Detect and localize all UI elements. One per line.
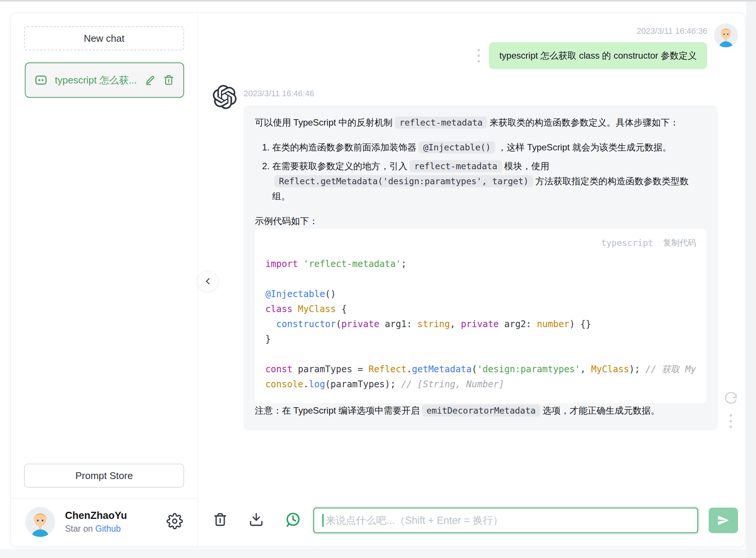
edit-icon[interactable] <box>144 74 156 86</box>
code-content: import 'reflect-metadata'; @Injectable()… <box>265 256 696 392</box>
assistant-intro-text: 可以使用 TypeScript 中的反射机制reflect-metadata来获… <box>255 115 706 130</box>
message-options-icon[interactable] <box>728 413 733 429</box>
sidebar-user-row: ChenZhaoYu Star on Github <box>11 498 197 547</box>
user-message-bubble: typescript 怎么获取 class 的 constructor 参数定义 <box>489 42 707 69</box>
composer-bar <box>198 508 745 533</box>
chat-history-title: typescript 怎么获... <box>55 74 137 87</box>
code-block: typescript 复制代码 import 'reflect-metadata… <box>255 229 706 403</box>
prompt-store-button[interactable]: Prompt Store <box>24 464 184 488</box>
send-plane-icon <box>717 514 730 527</box>
copy-code-button[interactable]: 复制代码 <box>663 235 696 250</box>
user-meta: ChenZhaoYu Star on Github <box>65 510 127 534</box>
message-input[interactable] <box>313 508 698 533</box>
assistant-message-bubble: 可以使用 TypeScript 中的反射机制reflect-metadata来获… <box>243 105 718 430</box>
list-item: 在需要获取参数定义的地方，引入reflect-metadata模块，使用Refl… <box>272 159 706 204</box>
user-message: 2023/3/11 16:46:36 typescript 怎么获取 class… <box>213 23 738 69</box>
user-name: ChenZhaoYu <box>65 510 127 522</box>
text-caret <box>322 514 324 527</box>
user-avatar <box>25 507 55 537</box>
user-subtitle-text: Star on <box>65 524 95 534</box>
assistant-message-timestamp: 2023/3/11 16:46:46 <box>243 89 738 99</box>
list-item: 在类的构造函数参数前面添加装饰器@Injectable()，这样 TypeScr… <box>272 140 706 155</box>
window-top-edge <box>0 0 756 2</box>
regenerate-icon[interactable] <box>724 391 738 407</box>
message-controls <box>724 391 738 430</box>
assistant-message: 2023/3/11 16:46:46 可以使用 TypeScript 中的反射机… <box>213 85 738 430</box>
sidebar-item-chat-history[interactable]: typescript 怎么获... <box>25 62 184 98</box>
new-chat-button[interactable]: New chat <box>24 26 184 50</box>
assistant-steps-list: 在类的构造函数参数前面添加装饰器@Injectable()，这样 TypeScr… <box>255 140 706 204</box>
example-label: 示例代码如下： <box>255 214 706 229</box>
user-message-timestamp: 2023/3/11 16:46:36 <box>637 26 707 36</box>
clear-conversation-icon[interactable] <box>213 512 228 529</box>
export-download-icon[interactable] <box>249 512 264 529</box>
send-button[interactable] <box>709 508 738 533</box>
page-bottom-margin <box>0 549 746 558</box>
sidebar: New chat typescript 怎么获... Prompt Store <box>11 13 197 547</box>
app-window: New chat typescript 怎么获... Prompt Store <box>11 12 745 547</box>
message-options-icon[interactable] <box>476 47 481 64</box>
chat-scroll-area[interactable]: 2023/3/11 16:46:36 typescript 怎么获取 class… <box>198 13 745 499</box>
github-link[interactable]: Github <box>95 524 121 534</box>
settings-gear-icon[interactable] <box>166 513 183 531</box>
user-subtitle: Star on Github <box>65 524 127 534</box>
delete-chat-icon[interactable] <box>163 74 174 86</box>
sidebar-collapse-button[interactable] <box>197 271 218 292</box>
openai-logo-icon <box>213 85 237 109</box>
chevron-left-icon <box>203 276 213 287</box>
history-context-icon[interactable] <box>285 511 301 529</box>
sidebar-bottom: Prompt Store ChenZhaoYu Star on <box>11 464 197 547</box>
chat-bubble-icon <box>35 74 47 86</box>
user-avatar <box>714 23 738 47</box>
chat-panel: 2023/3/11 16:46:36 typescript 怎么获取 class… <box>197 13 745 547</box>
assistant-note-text: 注意：在 TypeScript 编译选项中需要开启emitDecoratorMe… <box>255 403 706 418</box>
page-right-margin <box>746 2 756 558</box>
code-language-label: typescript <box>601 235 653 250</box>
